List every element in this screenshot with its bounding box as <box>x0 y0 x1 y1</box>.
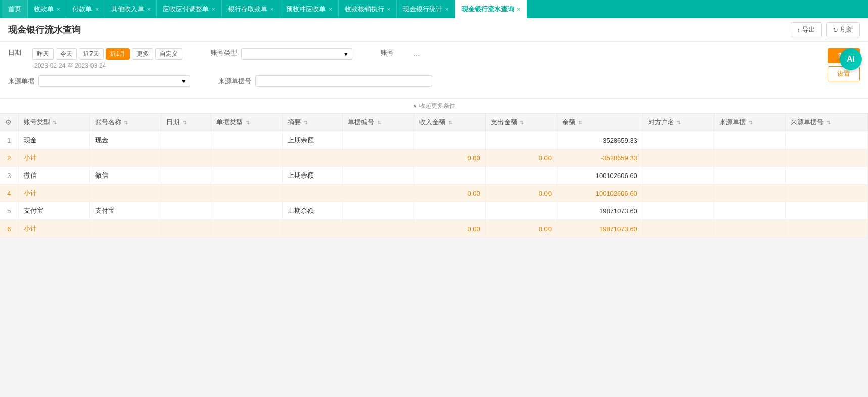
source-doc-select[interactable]: ▾ <box>38 75 190 87</box>
header-actions: ↑ 导出 ↻ 刷新 <box>791 22 860 37</box>
date-btn-yesterday[interactable]: 昨天 <box>32 48 54 60</box>
cell-summary: 上期余额 <box>283 202 343 220</box>
data-table: ⚙ 账号类型 ⇅ 账号名称 ⇅ 日期 ⇅ 单据类型 ⇅ <box>0 114 868 238</box>
account-select-trigger[interactable]: ... <box>410 48 423 59</box>
nav-tab-receipt-verify-label: 收款核销执行 <box>345 5 384 14</box>
col-summary[interactable]: 摘要 ⇅ <box>283 114 343 131</box>
cell-index: 4 <box>0 185 18 202</box>
cell-counterparty <box>643 131 714 149</box>
col-settings: ⚙ <box>0 114 18 131</box>
nav-tab-cash-flow-query[interactable]: 现金银行流水查询 × <box>455 0 527 18</box>
nav-tab-receipt-verify[interactable]: 收款核销执行 × <box>339 0 397 18</box>
source-doc-no-input[interactable] <box>255 75 432 87</box>
table-row: 3微信微信上期余额100102606.60 <box>0 167 868 185</box>
cell-balance: -3528659.33 <box>557 131 643 149</box>
cell-summary: 上期余额 <box>283 167 343 185</box>
ai-badge[interactable]: Ai <box>840 48 862 70</box>
col-account-type[interactable]: 账号类型 ⇅ <box>18 114 89 131</box>
sort-icon: ⇅ <box>124 120 128 125</box>
table-row: 5支付宝支付宝上期余额19871073.60 <box>0 202 868 220</box>
cell-balance: 100102606.60 <box>557 167 643 185</box>
nav-tab-receipt[interactable]: 收款单 × <box>28 0 66 18</box>
cell-summary <box>283 185 343 202</box>
cell-source-doc <box>714 185 786 202</box>
refresh-label: 刷新 <box>840 25 853 34</box>
date-btn-7days[interactable]: 近7天 <box>79 48 104 60</box>
col-counterparty[interactable]: 对方户名 ⇅ <box>643 114 714 131</box>
date-btn-today[interactable]: 今天 <box>56 48 77 60</box>
source-doc-label: 来源单据 <box>8 77 34 86</box>
cell-summary <box>283 220 343 238</box>
cell-account-name: 支付宝 <box>89 202 161 220</box>
col-expense[interactable]: 支出金额 ⇅ <box>485 114 557 131</box>
collapse-up-icon: ∧ <box>413 103 417 110</box>
cell-date <box>161 131 211 149</box>
cell-account-name <box>89 149 161 167</box>
nav-tab-receipt-label: 收款单 <box>34 5 54 14</box>
sort-icon: ⇅ <box>246 120 250 125</box>
date-btn-more[interactable]: 更多 <box>132 48 153 60</box>
cell-source-doc <box>714 149 786 167</box>
nav-tab-payment[interactable]: 付款单 × <box>66 0 105 18</box>
cell-doc-no <box>343 167 414 185</box>
close-icon[interactable]: × <box>445 6 448 12</box>
nav-tab-home-label: 首页 <box>8 5 21 14</box>
account-type-select[interactable]: ▾ <box>241 48 352 60</box>
cell-source-doc <box>714 220 786 238</box>
export-icon: ↑ <box>797 26 801 34</box>
col-date[interactable]: 日期 ⇅ <box>161 114 211 131</box>
export-button[interactable]: ↑ 导出 <box>791 22 823 37</box>
page-header: 现金银行流水查询 ↑ 导出 ↻ 刷新 <box>0 18 868 42</box>
account-label: 账号 <box>381 48 406 57</box>
col-source-doc-no[interactable]: 来源单据号 ⇅ <box>786 114 868 131</box>
cell-doc-type <box>211 131 282 149</box>
cell-index: 5 <box>0 202 18 220</box>
close-icon[interactable]: × <box>329 6 332 12</box>
col-income[interactable]: 收入金额 ⇅ <box>414 114 485 131</box>
col-account-name[interactable]: 账号名称 ⇅ <box>89 114 161 131</box>
sort-icon: ⇅ <box>578 120 582 125</box>
chevron-down-icon: ▾ <box>344 50 348 58</box>
nav-tab-other-income-label: 其他收入单 <box>111 5 144 14</box>
cell-balance: 100102606.60 <box>557 185 643 202</box>
gear-icon[interactable]: ⚙ <box>5 118 12 126</box>
close-icon[interactable]: × <box>270 6 273 12</box>
nav-tab-other-income[interactable]: 其他收入单 × <box>105 0 157 18</box>
close-icon[interactable]: × <box>147 6 150 12</box>
close-icon[interactable]: × <box>517 6 520 12</box>
cell-doc-no <box>343 131 414 149</box>
nav-tab-advance-receipt[interactable]: 预收冲应收单 × <box>280 0 338 18</box>
source-doc-no-label: 来源单据号 <box>218 77 251 86</box>
cell-balance: -3528659.33 <box>557 149 643 167</box>
cell-account-type: 微信 <box>18 167 89 185</box>
cell-account-name <box>89 220 161 238</box>
cell-source-doc <box>714 167 786 185</box>
date-btn-custom[interactable]: 自定义 <box>155 48 182 60</box>
col-balance[interactable]: 余额 ⇅ <box>557 114 643 131</box>
cell-index: 2 <box>0 149 18 167</box>
nav-tab-bank-deposit[interactable]: 银行存取款单 × <box>222 0 280 18</box>
cell-doc-type <box>211 202 282 220</box>
nav-tab-ar-ap-adjust[interactable]: 应收应付调整单 × <box>157 0 221 18</box>
cell-source-doc-no <box>786 220 868 238</box>
collapse-bar[interactable]: ∧ 收起更多条件 <box>0 99 868 114</box>
close-icon[interactable]: × <box>387 6 390 12</box>
cell-income: 0.00 <box>414 220 485 238</box>
nav-tab-cash-bank-stat-label: 现金银行统计 <box>403 5 442 14</box>
close-icon[interactable]: × <box>212 6 215 12</box>
nav-tab-home[interactable]: 首页 <box>2 0 28 18</box>
close-icon[interactable]: × <box>57 6 60 12</box>
col-source-doc-no-label: 来源单据号 <box>791 118 824 126</box>
date-btn-1month[interactable]: 近1月 <box>106 48 130 60</box>
nav-tab-cash-bank-stat[interactable]: 现金银行统计 × <box>397 0 455 18</box>
refresh-button[interactable]: ↻ 刷新 <box>826 22 860 37</box>
sort-icon: ⇅ <box>377 120 381 125</box>
col-doc-no[interactable]: 单据编号 ⇅ <box>343 114 414 131</box>
close-icon[interactable]: × <box>95 6 98 12</box>
sort-icon: ⇅ <box>53 120 57 125</box>
col-balance-label: 余额 <box>562 118 575 126</box>
cell-doc-no <box>343 185 414 202</box>
col-doc-type[interactable]: 单据类型 ⇅ <box>211 114 282 131</box>
col-source-doc[interactable]: 来源单据 ⇅ <box>714 114 786 131</box>
cell-doc-no <box>343 202 414 220</box>
